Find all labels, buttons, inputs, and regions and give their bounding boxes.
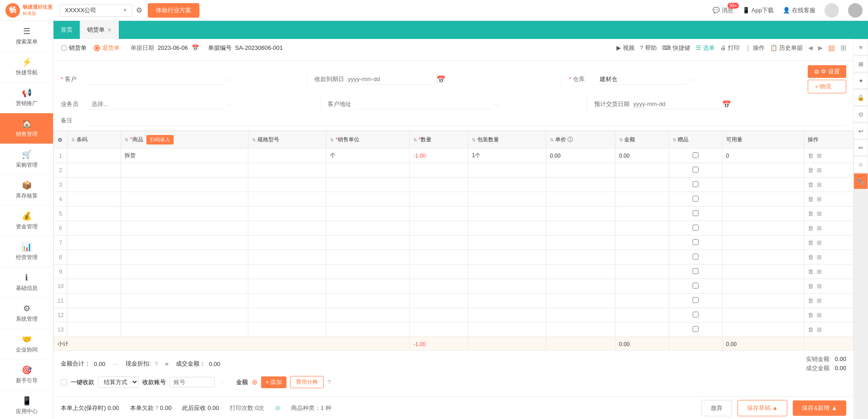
cell-spec[interactable] <box>248 308 326 323</box>
toolbar-shortcut[interactable]: ⌨ 快捷键 <box>662 44 690 52</box>
cell-price[interactable]: 0.00 <box>546 149 616 163</box>
cell-action[interactable]: 🗑 ⊞ <box>804 308 853 323</box>
cell-spec[interactable] <box>248 149 326 163</box>
cell-spec[interactable] <box>248 221 326 236</box>
company-selector[interactable]: XXXXX公司 ▼ <box>60 4 132 17</box>
warehouse-dots[interactable]: ··· <box>687 76 697 83</box>
abandon-btn[interactable]: 放弃 <box>701 400 732 416</box>
cell-pkg-qty[interactable] <box>468 178 546 192</box>
cell-price[interactable] <box>546 178 616 192</box>
cell-unit[interactable] <box>326 236 409 250</box>
cell-amount[interactable] <box>615 323 669 337</box>
rs-btn-3[interactable]: ✦ <box>853 72 868 89</box>
prev-icon[interactable]: ◀ <box>808 44 813 51</box>
cell-amount[interactable] <box>615 279 669 294</box>
save-new-btn[interactable]: 保存&新增 ▲ <box>793 400 846 416</box>
logistics-float-btn[interactable]: + 物流 <box>808 80 846 93</box>
radio-return[interactable]: 退货单 <box>94 44 120 52</box>
cell-amount[interactable] <box>615 308 669 323</box>
sidebar-item-corp[interactable]: 🤝 企业协同 <box>0 329 53 360</box>
cell-gift[interactable] <box>669 250 722 265</box>
avatar[interactable] <box>824 3 839 18</box>
cell-barcode[interactable] <box>68 236 121 250</box>
cell-action[interactable]: 🗑 ⊞ <box>804 149 853 163</box>
cell-qty[interactable]: -1.00 <box>409 149 468 163</box>
delete-icon[interactable]: 🗑 <box>808 312 814 318</box>
trial-button[interactable]: 体验行业方案 <box>148 3 199 18</box>
cell-action[interactable]: 🗑 ⊞ <box>804 279 853 294</box>
cell-barcode[interactable] <box>68 265 121 279</box>
cell-price[interactable] <box>546 308 616 323</box>
sidebar-item-purchase[interactable]: 🛒 采购管理 <box>0 144 53 175</box>
cell-unit[interactable] <box>326 207 409 221</box>
delete-icon[interactable]: 🗑 <box>808 268 814 275</box>
delete-icon[interactable]: 🗑 <box>808 152 814 159</box>
add-circle-icon[interactable]: ⊕ <box>252 378 257 386</box>
cell-price[interactable] <box>546 221 616 236</box>
cell-pkg-qty[interactable] <box>468 294 546 308</box>
expense-btn[interactable]: 费用分摊 <box>290 376 324 388</box>
cell-pkg-qty[interactable] <box>468 221 546 236</box>
radio-sales[interactable]: 销货单 <box>61 44 87 52</box>
sidebar-item-finance[interactable]: 💰 资金管理 <box>0 206 53 236</box>
expense-help-icon[interactable]: ? <box>327 379 330 385</box>
cell-unit[interactable] <box>326 221 409 236</box>
cell-product[interactable] <box>121 192 248 207</box>
cell-product[interactable] <box>121 163 248 178</box>
delete-icon[interactable]: 🗑 <box>808 196 814 202</box>
cell-pkg-qty[interactable] <box>468 236 546 250</box>
customer-dots[interactable]: ··· <box>224 76 234 83</box>
table-wrapper[interactable]: ⚙ ⇅ 条码 ⇅ *商品 扫码录入 ⇅ 规格型号 ⇅ *销售单位 ⇅ *数量 ⇅… <box>53 131 853 350</box>
cell-spec[interactable] <box>248 250 326 265</box>
cell-barcode[interactable] <box>68 250 121 265</box>
calendar-due-icon[interactable]: 📅 <box>435 75 447 84</box>
cell-unit[interactable] <box>326 250 409 265</box>
cell-qty[interactable] <box>409 265 468 279</box>
tab-home[interactable]: 首页 <box>53 21 80 39</box>
cell-product[interactable] <box>121 250 248 265</box>
delete-icon[interactable]: 🗑 <box>808 239 814 246</box>
one-key-payment-checkbox[interactable] <box>61 379 67 385</box>
cell-action[interactable]: 🗑 ⊞ <box>804 265 853 279</box>
cell-amount[interactable] <box>615 207 669 221</box>
toolbar-video[interactable]: ▶ 视频 <box>616 44 635 52</box>
message-btn[interactable]: 💬 消息 99+ <box>713 6 733 14</box>
cell-product[interactable] <box>121 294 248 308</box>
cell-price[interactable] <box>546 279 616 294</box>
cell-pkg-qty[interactable]: 1个 <box>468 149 546 163</box>
cell-unit[interactable] <box>326 178 409 192</box>
cell-pkg-qty[interactable] <box>468 250 546 265</box>
delete-icon[interactable]: 🗑 <box>808 225 814 231</box>
cell-amount[interactable] <box>615 294 669 308</box>
delete-icon[interactable]: 🗑 <box>808 167 814 173</box>
cell-qty[interactable] <box>409 178 468 192</box>
cell-spec[interactable] <box>248 207 326 221</box>
cell-pkg-qty[interactable] <box>468 308 546 323</box>
copy-icon[interactable]: ⊞ <box>817 312 822 318</box>
help-question[interactable]: ? <box>155 361 158 367</box>
cell-unit[interactable] <box>326 192 409 207</box>
copy-icon[interactable]: ⊞ <box>817 239 822 246</box>
add-btn[interactable]: + 添加 <box>261 376 287 388</box>
copy-icon[interactable]: ⊞ <box>817 326 822 333</box>
cell-price[interactable] <box>546 163 616 178</box>
cell-gift[interactable] <box>669 236 722 250</box>
salesperson-input[interactable] <box>88 99 224 110</box>
cell-gift[interactable] <box>669 207 722 221</box>
delete-icon[interactable]: 🗑 <box>808 254 814 260</box>
cell-spec[interactable] <box>248 236 326 250</box>
cell-product[interactable] <box>121 323 248 337</box>
cell-product[interactable] <box>121 207 248 221</box>
delete-icon[interactable]: 🗑 <box>808 283 814 289</box>
col-settings[interactable]: ⚙ <box>54 131 68 149</box>
delete-icon[interactable]: 🗑 <box>808 210 814 217</box>
cell-barcode[interactable] <box>68 323 121 337</box>
cell-unit[interactable] <box>326 294 409 308</box>
sidebar-item-system[interactable]: ⚙ 系统管理 <box>0 298 53 329</box>
cell-pkg-qty[interactable] <box>468 279 546 294</box>
cell-price[interactable] <box>546 265 616 279</box>
cell-spec[interactable] <box>248 265 326 279</box>
cell-unit[interactable] <box>326 308 409 323</box>
cell-price[interactable] <box>546 192 616 207</box>
cell-product[interactable] <box>121 265 248 279</box>
